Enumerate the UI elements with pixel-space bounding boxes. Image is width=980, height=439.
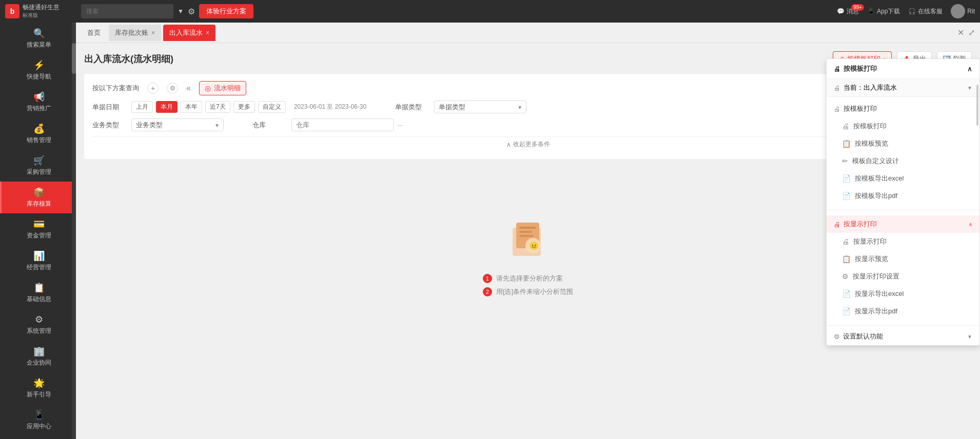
- dropdown-scrollbar: [976, 79, 978, 344]
- sidebar-item-basic-info[interactable]: 📋 基础信息: [0, 277, 76, 309]
- template-export-pdf-item[interactable]: 📄 按模板导出pdf: [827, 187, 979, 205]
- logo-text: 畅捷通好生意 标准版: [23, 4, 60, 19]
- date-custom[interactable]: 自定义: [258, 101, 286, 113]
- business-type-select-wrapper: 业务类型 ▼: [131, 118, 224, 131]
- tab-inventory-batch-close[interactable]: ×: [151, 29, 155, 36]
- filter-settings-btn[interactable]: ⚙: [167, 83, 178, 94]
- sidebar-item-label: 系统管理: [27, 327, 51, 335]
- display-preview-item[interactable]: 📋 按显示预览: [827, 250, 979, 268]
- display-print-item[interactable]: 🖨 按显示打印: [827, 233, 979, 250]
- finance-icon: 💳: [33, 218, 45, 230]
- filter-collapse-btn[interactable]: «: [186, 84, 191, 93]
- doc-type-select[interactable]: 单据类型: [434, 101, 526, 113]
- business-type-select[interactable]: 业务类型: [131, 118, 224, 131]
- display-excel-icon: 📄: [842, 290, 851, 298]
- date-current-month[interactable]: 本月: [156, 101, 178, 113]
- sidebar: 🔍 搜索菜单 ⚡ 快捷导航 📢 营销推广 💰 销售管理 🛒 采购管理 📦 库存核…: [0, 23, 76, 439]
- sidebar-item-label: 库存核算: [27, 199, 51, 208]
- dropdown-scrollbar-thumb: [976, 85, 978, 126]
- date-range-display: 2023-06-01 至 2023-06-30: [294, 103, 366, 111]
- display-section-arrow-up: ∧: [969, 222, 972, 227]
- doc-type-select-wrapper: 单据类型 ▼: [434, 101, 526, 113]
- date-more[interactable]: 更多: [233, 101, 255, 113]
- template-print-icon: 🖨: [842, 122, 849, 130]
- tab-home[interactable]: 首页: [81, 25, 107, 41]
- current-template-label: 当前：出入库流水: [844, 83, 897, 92]
- header-search-input[interactable]: [81, 4, 173, 18]
- empty-step-1: 请先选择要分析的方案: [483, 274, 573, 283]
- sidebar-item-enterprise[interactable]: 🏢 企业协同: [0, 341, 76, 372]
- app-center-icon: 📱: [33, 409, 45, 421]
- sidebar-scroll-thumb: [72, 43, 76, 74]
- sidebar-item-search-menu[interactable]: 🔍 搜索菜单: [0, 23, 76, 54]
- date-current-year[interactable]: 本年: [181, 101, 202, 113]
- sidebar-item-label: 资金管理: [27, 231, 51, 240]
- template-export-excel-item[interactable]: 📄 按模板导出excel: [827, 170, 979, 187]
- sidebar-item-system[interactable]: ⚙ 系统管理: [0, 309, 76, 341]
- collapse-icon: ∧: [506, 141, 511, 148]
- date-last-7-days[interactable]: 近7天: [205, 101, 230, 113]
- business-type-label: 业务类型: [92, 121, 123, 130]
- app-download-btn[interactable]: 📱 App下载: [867, 7, 900, 16]
- date-prev-month[interactable]: 上月: [131, 101, 153, 113]
- sidebar-item-marketing[interactable]: 📢 营销推广: [0, 86, 76, 118]
- print-dropdown-title-icon: 🖨: [834, 65, 840, 73]
- sidebar-item-label: 快捷导航: [27, 72, 51, 81]
- system-icon: ⚙: [35, 314, 43, 325]
- template-preview-item[interactable]: 📋 按模板预览: [827, 135, 979, 152]
- sidebar-item-purchase[interactable]: 🛒 采购管理: [0, 150, 76, 182]
- template-custom-icon: ✏: [842, 157, 848, 165]
- header-right: 💬 消息 99+ 📱 App下载 🎧 在线客服 Rit: [837, 4, 975, 18]
- header-search-dropdown[interactable]: ▼: [178, 8, 184, 15]
- display-print-section-title[interactable]: 🖨 按显示打印 ∧: [827, 215, 979, 233]
- template-section-icon: 🖨: [834, 105, 840, 113]
- window-close-btn[interactable]: ✕: [957, 28, 964, 37]
- tab-warehouse-flow[interactable]: 出入库流水 ×: [163, 25, 215, 41]
- tab-warehouse-flow-label: 出入库流水: [169, 28, 203, 37]
- online-service-btn[interactable]: 🎧 在线客服: [908, 7, 943, 16]
- sidebar-item-app-center[interactable]: 📱 应用中心: [0, 404, 76, 436]
- sidebar-item-quick-nav[interactable]: ⚡ 快捷导航: [0, 54, 76, 86]
- window-maximize-btn[interactable]: ⤢: [968, 28, 975, 37]
- trial-btn[interactable]: 体验行业方案: [199, 4, 253, 18]
- filter-add-btn[interactable]: +: [147, 83, 159, 94]
- sidebar-item-sales[interactable]: 💰 销售管理: [0, 118, 76, 150]
- purchase-icon: 🛒: [33, 155, 45, 166]
- sidebar-item-label: 销售管理: [27, 136, 51, 145]
- doc-type-label: 单据类型: [395, 103, 426, 112]
- sidebar-item-guide[interactable]: 🌟 新手引导: [0, 372, 76, 404]
- template-print-item[interactable]: 🖨 按模板打印: [827, 117, 979, 135]
- sidebar-item-label: 经营管理: [27, 263, 51, 272]
- set-default-icon: ⚙: [834, 333, 840, 341]
- template-print-section-title[interactable]: 🖨 按模板打印: [827, 100, 979, 117]
- tab-inventory-batch[interactable]: 库存批次账 ×: [109, 25, 161, 41]
- sidebar-item-inventory[interactable]: 📦 库存核算: [0, 182, 76, 213]
- set-default-section[interactable]: ⚙ 设置默认功能 ▼: [827, 328, 979, 345]
- dropdown-divider-1: [827, 210, 979, 210]
- display-print-icon: 🖨: [842, 237, 849, 246]
- sidebar-item-wechat[interactable]: 💬 企业微信: [0, 436, 76, 439]
- user-avatar-area[interactable]: Rit: [951, 4, 975, 18]
- current-template-row[interactable]: 🖨 当前：出入库流水 ▼: [827, 79, 979, 97]
- warehouse-more-btn[interactable]: ···: [397, 121, 403, 129]
- sidebar-item-label: 采购管理: [27, 168, 51, 176]
- display-export-excel-item[interactable]: 📄 按显示导出excel: [827, 285, 979, 303]
- message-badge: 99+: [851, 4, 864, 11]
- message-btn[interactable]: 💬 消息 99+: [837, 7, 859, 16]
- display-print-settings-item[interactable]: ⚙ 按显示打印设置: [827, 268, 979, 285]
- guide-icon: 🌟: [33, 377, 45, 389]
- svg-rect-2: [519, 227, 536, 229]
- display-export-pdf-item[interactable]: 📄 按显示导出pdf: [827, 303, 979, 320]
- dropdown-divider-2: [827, 325, 979, 326]
- sidebar-item-label: 新手引导: [27, 390, 51, 399]
- logo-icon: b: [5, 4, 19, 18]
- tab-warehouse-flow-close[interactable]: ×: [206, 29, 209, 36]
- header-gear-btn[interactable]: ⚙: [188, 7, 195, 16]
- template-custom-design-item[interactable]: ✏ 模板自定义设计: [827, 152, 979, 170]
- sidebar-item-finance[interactable]: 💳 资金管理: [0, 213, 76, 245]
- warehouse-input[interactable]: [291, 118, 394, 131]
- tab-bar: 首页 库存批次账 × 出入库流水 × ✕ ⤢: [76, 23, 980, 43]
- sidebar-item-label: 基础信息: [27, 295, 51, 304]
- template-pdf-icon: 📄: [842, 192, 851, 200]
- sidebar-item-operations[interactable]: 📊 经营管理: [0, 245, 76, 277]
